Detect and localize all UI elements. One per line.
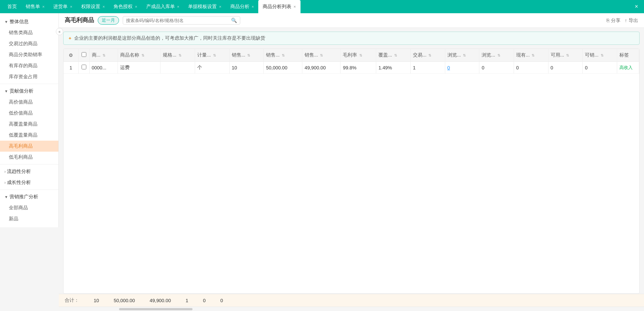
sort-icon-name: ⇅ xyxy=(141,53,144,57)
nav-tab-role-label: 角色授权 xyxy=(114,3,133,10)
sort-icon-available: ⇅ xyxy=(566,53,569,57)
nav-tab-product-instock[interactable]: 产成品入库单 × xyxy=(142,0,184,13)
table-footer: 合计： 10 50,000.00 49,900.00 1 0 0 xyxy=(59,294,644,307)
row-unit: 个 xyxy=(195,62,230,74)
sidebar-collapse-button[interactable]: « xyxy=(56,28,63,35)
sort-icon-sale-amount: ⇅ xyxy=(282,53,285,57)
sidebar-group-overall[interactable]: ▼ 整体信息 xyxy=(0,16,58,27)
sidebar-item-high-margin[interactable]: 高毛利商品 xyxy=(0,141,58,152)
nav-tab-analysis-list-label: 商品分析列表 xyxy=(263,3,291,10)
window-close-button[interactable]: × xyxy=(632,2,641,11)
sort-icon-trade: ⇅ xyxy=(428,53,431,57)
table-header-row: ⚙ 商... ⇅ 商品名称 ⇅ xyxy=(64,49,639,62)
th-code[interactable]: 商... ⇅ xyxy=(89,49,118,62)
row-name: 运费 xyxy=(118,62,161,74)
footer-sale-amount: 50,000.00 xyxy=(114,298,135,303)
sidebar-group-growth[interactable]: › 成长性分析 xyxy=(0,177,58,188)
th-sale-profit[interactable]: 销售... ⇅ xyxy=(302,49,341,62)
sort-icon-code: ⇅ xyxy=(102,53,105,57)
sidebar-item-inventory-capital[interactable]: 库存资金占用 xyxy=(0,71,58,82)
page-title: 高毛利商品 xyxy=(65,17,94,24)
settings-icon[interactable]: ⚙ xyxy=(69,53,73,58)
sidebar-item-traded-goods[interactable]: 交易过的商品 xyxy=(0,38,58,49)
nav-tab-permission[interactable]: 权限设置 × xyxy=(77,0,109,13)
nav-tab-template-close[interactable]: × xyxy=(219,4,221,9)
sidebar-item-low-margin[interactable]: 低毛利商品 xyxy=(0,152,58,163)
sidebar-item-new-goods[interactable]: 新品 xyxy=(0,213,58,224)
th-trade[interactable]: 交易... ⇅ xyxy=(410,49,445,62)
th-tag[interactable]: 标签 xyxy=(617,49,639,62)
nav-tab-purchase-close[interactable]: × xyxy=(70,4,72,9)
nav-tab-analysis-close[interactable]: × xyxy=(252,4,254,9)
footer-current: 0 xyxy=(203,298,205,303)
nav-tab-product-instock-close[interactable]: × xyxy=(177,4,179,9)
horizontal-scrollbar[interactable] xyxy=(59,307,644,311)
row-coverage: 1.49% xyxy=(376,62,411,74)
nav-tab-template-label: 单据模板设置 xyxy=(188,3,217,10)
sort-icon-view2: ⇅ xyxy=(497,53,500,57)
sidebar-item-sales-goods[interactable]: 销售类商品 xyxy=(0,27,58,38)
info-icon: ✦ xyxy=(68,36,72,41)
sort-icon-coverage: ⇅ xyxy=(394,53,397,57)
nav-tab-sales-close[interactable]: × xyxy=(42,4,44,9)
footer-trade: 1 xyxy=(186,298,188,303)
row-checkbox-cell xyxy=(78,62,89,74)
row-sale-amount: 50,000.00 xyxy=(264,62,302,74)
th-unit[interactable]: 计量... ⇅ xyxy=(195,49,230,62)
th-name[interactable]: 商品名称 ⇅ xyxy=(118,49,161,62)
sidebar-item-low-value[interactable]: 低价值商品 xyxy=(0,108,58,119)
row-index: 1 xyxy=(64,62,78,74)
share-button[interactable]: ⎘ 分享 xyxy=(607,17,620,24)
th-saleable[interactable]: 可销... ⇅ xyxy=(583,49,617,62)
sidebar-item-low-coverage[interactable]: 低覆盖量商品 xyxy=(0,130,58,141)
th-checkbox xyxy=(78,49,89,62)
sidebar-item-high-value[interactable]: 高价值商品 xyxy=(0,97,58,108)
nav-tab-template[interactable]: 单据模板设置 × xyxy=(184,0,226,13)
sidebar-item-all-goods[interactable]: 全部商品 xyxy=(0,202,58,213)
th-index: ⚙ xyxy=(64,49,78,62)
export-button[interactable]: ↑ 导出 xyxy=(625,17,638,24)
th-gross-margin[interactable]: 毛利率 ⇅ xyxy=(341,49,376,62)
th-current[interactable]: 现有... ⇅ xyxy=(514,49,548,62)
tag-high-income-label: 高收入 xyxy=(619,65,633,70)
row-view1[interactable]: 0 xyxy=(445,62,479,74)
row-available: 0 xyxy=(548,62,583,74)
sidebar-item-category-sales-rate[interactable]: 商品分类助销率 xyxy=(0,49,58,60)
th-sale-amount[interactable]: 销售... ⇅ xyxy=(264,49,302,62)
th-sale-qty[interactable]: 销售... ⇅ xyxy=(229,49,264,62)
filter-recent-month-button[interactable]: 近一月 xyxy=(98,16,119,25)
nav-tab-analysis-list[interactable]: 商品分析列表 × xyxy=(258,0,300,13)
th-view1[interactable]: 浏览... ⇅ xyxy=(445,49,479,62)
nav-tab-analysis-list-close[interactable]: × xyxy=(294,4,296,9)
nav-tab-role-close[interactable]: × xyxy=(135,4,137,9)
sidebar-item-in-stock[interactable]: 有库存的商品 xyxy=(0,60,58,71)
sidebar-group-marketing[interactable]: ▼ 营销推广分析 xyxy=(0,191,58,202)
arrow-icon: ▼ xyxy=(4,20,8,24)
row-checkbox[interactable] xyxy=(82,65,86,69)
nav-tab-product-instock-label: 产成品入库单 xyxy=(146,3,175,10)
sort-icon-current: ⇅ xyxy=(532,53,535,57)
th-coverage[interactable]: 覆盖... ⇅ xyxy=(376,49,411,62)
nav-tab-sales-label: 销售单 xyxy=(26,3,40,10)
row-saleable: 0 xyxy=(583,62,617,74)
export-icon: ↑ xyxy=(625,18,627,23)
nav-tab-analysis[interactable]: 商品分析 × xyxy=(226,0,258,13)
sort-icon-saleable: ⇅ xyxy=(601,53,604,57)
search-input[interactable] xyxy=(126,18,230,23)
arrow-icon-growth: › xyxy=(4,181,6,185)
th-spec[interactable]: 规格... ⇅ xyxy=(161,49,195,62)
th-view2[interactable]: 浏览... ⇅ xyxy=(479,49,514,62)
select-all-checkbox[interactable] xyxy=(82,52,86,57)
scroll-thumb[interactable] xyxy=(119,308,193,310)
nav-tab-home[interactable]: 首页 xyxy=(3,0,21,13)
nav-tab-role[interactable]: 角色授权 × xyxy=(109,0,141,13)
row-tag: 高收入 xyxy=(617,62,639,74)
sidebar-group-trend[interactable]: › 流趋性分析 xyxy=(0,166,58,177)
th-available[interactable]: 可用... ⇅ xyxy=(548,49,583,62)
nav-tab-sales[interactable]: 销售单 × xyxy=(21,0,49,13)
sidebar-item-high-coverage[interactable]: 高覆盖量商品 xyxy=(0,119,58,130)
nav-tab-permission-close[interactable]: × xyxy=(102,4,105,9)
sidebar-group-contribution[interactable]: ▼ 贡献值分析 xyxy=(0,86,58,97)
sort-icon-view1: ⇅ xyxy=(463,53,466,57)
nav-tab-purchase[interactable]: 进货单 × xyxy=(49,0,76,13)
